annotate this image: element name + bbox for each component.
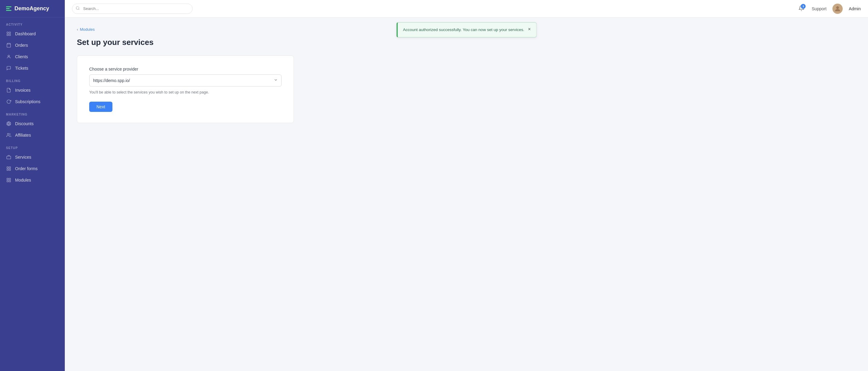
notification-badge: 3 bbox=[801, 4, 806, 9]
clients-icon bbox=[6, 54, 11, 59]
modules-icon bbox=[6, 177, 11, 183]
header-right: 3 Support Admin bbox=[797, 4, 861, 14]
breadcrumb-parent[interactable]: Modules bbox=[80, 27, 95, 32]
svg-line-24 bbox=[79, 9, 80, 10]
svg-rect-0 bbox=[7, 32, 8, 33]
svg-rect-18 bbox=[9, 169, 10, 170]
activity-section-label: ACTIVITY bbox=[0, 18, 65, 28]
content-area: Account authorized successfully. You can… bbox=[65, 18, 868, 371]
sidebar-item-invoices[interactable]: Invoices bbox=[0, 84, 65, 96]
sidebar-item-affiliates[interactable]: Affiliates bbox=[0, 130, 65, 141]
sidebar-item-subscriptions[interactable]: Subscriptions bbox=[0, 96, 65, 107]
sidebar-logo[interactable]: DemoAgency bbox=[0, 0, 65, 18]
sidebar-item-discounts[interactable]: Discounts bbox=[0, 118, 65, 130]
search-input[interactable] bbox=[72, 4, 193, 14]
notification-button[interactable]: 3 bbox=[797, 4, 806, 13]
svg-point-23 bbox=[76, 6, 79, 9]
svg-rect-17 bbox=[7, 169, 8, 170]
sidebar-item-order-forms[interactable]: Order forms bbox=[0, 163, 65, 174]
billing-section-label: BILLING bbox=[0, 74, 65, 84]
order-forms-label: Order forms bbox=[15, 166, 38, 171]
setup-card: Choose a service provider https://demo.s… bbox=[77, 56, 294, 123]
sidebar-item-tickets[interactable]: Tickets bbox=[0, 62, 65, 74]
svg-rect-21 bbox=[7, 180, 8, 182]
svg-rect-3 bbox=[9, 34, 10, 36]
logo-icon bbox=[6, 6, 11, 11]
header: 3 Support Admin bbox=[65, 0, 868, 18]
orders-icon bbox=[6, 42, 11, 48]
svg-rect-2 bbox=[7, 34, 8, 36]
subscriptions-icon bbox=[6, 99, 11, 104]
next-button[interactable]: Next bbox=[89, 102, 113, 112]
svg-point-13 bbox=[7, 133, 9, 135]
sidebar-item-orders[interactable]: Orders bbox=[0, 39, 65, 51]
affiliates-label: Affiliates bbox=[15, 133, 31, 138]
tickets-label: Tickets bbox=[15, 66, 28, 70]
search-icon bbox=[76, 6, 80, 11]
clients-label: Clients bbox=[15, 54, 28, 59]
services-label: Services bbox=[15, 155, 31, 160]
sidebar-item-dashboard[interactable]: Dashboard bbox=[0, 28, 65, 39]
dashboard-label: Dashboard bbox=[15, 31, 36, 36]
marketing-section-label: MARKETING bbox=[0, 107, 65, 118]
tickets-icon bbox=[6, 65, 11, 71]
svg-rect-16 bbox=[9, 167, 10, 168]
select-wrapper: https://demo.spp.io/ bbox=[89, 75, 281, 87]
main-area: 3 Support Admin Account authorized succe… bbox=[65, 0, 868, 371]
svg-rect-19 bbox=[7, 178, 8, 180]
sidebar-item-modules[interactable]: Modules bbox=[0, 174, 65, 186]
svg-rect-20 bbox=[9, 178, 10, 180]
services-icon bbox=[6, 154, 11, 160]
helper-text: You'll be able to select the services yo… bbox=[89, 90, 281, 94]
app-name: DemoAgency bbox=[14, 5, 49, 12]
svg-rect-1 bbox=[9, 32, 10, 33]
avatar[interactable] bbox=[832, 4, 843, 14]
invoices-icon bbox=[6, 87, 11, 93]
svg-point-5 bbox=[8, 55, 9, 57]
setup-section-label: SETUP bbox=[0, 141, 65, 151]
order-forms-icon bbox=[6, 166, 11, 171]
svg-rect-22 bbox=[9, 180, 10, 182]
svg-point-25 bbox=[836, 6, 839, 9]
page-title: Set up your services bbox=[77, 38, 856, 47]
svg-rect-15 bbox=[7, 167, 8, 168]
sidebar: DemoAgency ACTIVITY Dashboard Orders Cli… bbox=[0, 0, 65, 371]
toast-notification: Account authorized successfully. You can… bbox=[396, 22, 536, 37]
toast-close-button[interactable]: × bbox=[528, 27, 531, 32]
breadcrumb-chevron: ‹ bbox=[77, 27, 78, 32]
svg-rect-14 bbox=[7, 156, 10, 159]
invoices-label: Invoices bbox=[15, 88, 30, 93]
admin-label[interactable]: Admin bbox=[849, 6, 861, 11]
discounts-label: Discounts bbox=[15, 121, 33, 126]
search-bar bbox=[72, 4, 193, 14]
modules-label: Modules bbox=[15, 178, 31, 182]
sidebar-item-clients[interactable]: Clients bbox=[0, 51, 65, 62]
dashboard-icon bbox=[6, 31, 11, 36]
toast-message: Account authorized successfully. You can… bbox=[403, 27, 524, 33]
subscriptions-label: Subscriptions bbox=[15, 99, 40, 104]
support-link[interactable]: Support bbox=[812, 6, 827, 11]
discounts-icon bbox=[6, 121, 11, 126]
orders-label: Orders bbox=[15, 43, 28, 48]
affiliates-icon bbox=[6, 133, 11, 138]
field-label: Choose a service provider bbox=[89, 67, 281, 72]
service-provider-select[interactable]: https://demo.spp.io/ bbox=[89, 75, 281, 87]
sidebar-item-services[interactable]: Services bbox=[0, 151, 65, 163]
